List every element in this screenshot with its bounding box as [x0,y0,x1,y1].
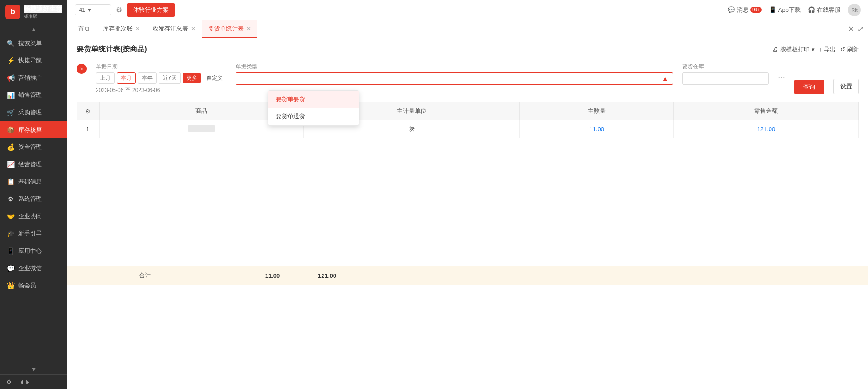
export-btn[interactable]: ↓ 导出 [819,46,836,54]
sidebar-item-4[interactable]: 🛒采购管理 [0,104,67,121]
industry-btn[interactable]: 体验行业方案 [127,3,175,17]
refresh-btn[interactable]: ↺ 刷新 [840,46,859,54]
tab-close-all-btn[interactable]: ✕ [848,25,854,33]
sidebar-item-11[interactable]: 🎓新手引导 [0,225,67,242]
nav-icon-4: 🛒 [6,108,15,117]
dropdown-item-0[interactable]: 要货单要货 [268,91,359,108]
tab-2[interactable]: 收发存汇总表 ✕ [146,20,202,38]
tab-label-2: 收发存汇总表 [153,25,188,33]
cell-amount-0[interactable]: 121.00 [673,120,858,138]
download-icon: 📱 [769,6,776,13]
summary-row: 合计 11.00 121.00 [67,266,868,285]
sidebar-nav: 🔍搜索菜单⚡快捷导航📢营销推广📊销售管理🛒采购管理📦库存核算💰资金管理📈经营管理… [0,35,67,364]
sidebar-item-6[interactable]: 💰资金管理 [0,138,67,156]
data-table: ⚙ 商品 主计量单位 主数量 零售金额 1 块 11.00 121.00 [77,102,859,138]
sidebar-item-10[interactable]: 🤝企业协同 [0,208,67,225]
nav-icon-13: 💬 [6,264,15,272]
date-filter-group: 单据日期 上月 本月 本年 近7天 更多 自定义 2023-05-06 至 20… [96,63,226,94]
online-service-btn[interactable]: 🎧 在线客服 [808,6,841,14]
tab-1[interactable]: 库存批次账 ✕ [97,20,146,38]
summary-amount: 121.00 [300,272,354,279]
main-area: 41 ▾ ⚙ 体验行业方案 💬 消息 99+ 📱 App下载 🎧 在线客服 Ri… [67,0,868,389]
tab-label-3: 要货单统计表 [208,25,244,33]
nav-icon-3: 📊 [6,91,15,99]
type-select[interactable]: ▲ [236,72,673,85]
tab-3[interactable]: 要货单统计表 ✕ [202,20,257,38]
nav-icon-1: ⚡ [6,56,15,65]
nav-label-11: 新手引导 [18,230,42,238]
sidebar-item-7[interactable]: 📈经营管理 [0,156,67,173]
app-name: 畅捷通好生意 [24,5,62,13]
sidebar-item-14[interactable]: 👑畅会员 [0,277,67,294]
settings-gear-icon[interactable]: ⚙ [116,5,122,14]
nav-icon-6: 💰 [6,143,15,151]
col-amount: 零售金额 [673,102,858,120]
nav-label-7: 经营管理 [18,160,42,169]
sidebar-item-12[interactable]: 📱应用中心 [0,242,67,260]
filter-toggle-btn[interactable]: » [77,64,87,74]
nav-icon-9: ⚙ [6,195,15,203]
column-settings-icon[interactable]: ⚙ [85,108,91,115]
page-title-bar: 要货单统计表(按商品) 🖨 按模板打印 ▾ ↓ 导出 ↺ 刷新 [67,38,868,58]
settings-icon[interactable]: ⚙ [6,379,12,385]
tabs-bar: 首页库存批次账 ✕收发存汇总表 ✕要货单统计表 ✕✕⤢ [67,20,868,38]
sidebar-logo: b 畅捷通好生意 标准版 [0,0,67,24]
sidebar-item-13[interactable]: 💬企业微信 [0,260,67,277]
setting-btn[interactable]: 设置 [833,79,859,94]
sidebar-item-9[interactable]: ⚙系统管理 [0,190,67,208]
company-selector[interactable]: 41 ▾ [75,4,111,15]
warehouse-filter-label: 要货仓库 [682,63,769,71]
more-date-btn[interactable]: 更多 [183,73,201,83]
tab-0[interactable]: 首页 [72,20,97,38]
tab-close-1[interactable]: ✕ [135,26,140,32]
nav-icon-0: 🔍 [6,39,15,47]
sidebar-scroll-up[interactable]: ▲ [0,24,67,35]
this-year-btn[interactable]: 本年 [138,72,157,84]
app-download-btn[interactable]: 📱 App下载 [769,6,801,14]
tab-actions: ✕⤢ [848,25,863,33]
print-icon: 🖨 [772,46,778,53]
warehouse-input[interactable] [682,72,769,85]
dropdown-item-1[interactable]: 要货单退货 [268,108,359,125]
last-7-days-btn[interactable]: 近7天 [159,72,181,84]
nav-icon-5: 📦 [6,126,15,134]
date-range-display: 2023-05-06 至 2023-06-06 [96,87,226,94]
page-content: 要货单统计表(按商品) 🖨 按模板打印 ▾ ↓ 导出 ↺ 刷新 [67,38,868,389]
service-icon: 🎧 [808,6,815,13]
tab-label-1: 库存批次账 [103,25,133,33]
sidebar-scroll-down[interactable]: ▼ [0,364,67,374]
sidebar: b 畅捷通好生意 标准版 ▲ 🔍搜索菜单⚡快捷导航📢营销推广📊销售管理🛒采购管理… [0,0,67,389]
this-month-btn[interactable]: 本月 [117,72,136,84]
message-btn[interactable]: 💬 消息 99+ [728,6,762,14]
sidebar-item-2[interactable]: 📢营销推广 [0,69,67,87]
filter-more-icon[interactable]: ⋯ [778,73,785,82]
sidebar-item-3[interactable]: 📊销售管理 [0,87,67,104]
date-filter-label: 单据日期 [96,63,226,71]
tab-close-3[interactable]: ✕ [247,26,251,32]
custom-date-btn[interactable]: 自定义 [203,73,226,83]
nav-icon-11: 🎓 [6,230,15,238]
query-btn[interactable]: 查询 [794,80,824,94]
collapse-icon[interactable]: ⏴⏵ [19,379,31,385]
nav-label-0: 搜索菜单 [18,39,42,47]
tab-expand-btn[interactable]: ⤢ [858,25,863,33]
sidebar-item-1[interactable]: ⚡快捷导航 [0,52,67,69]
print-chevron-icon: ▾ [812,46,815,53]
nav-icon-12: 📱 [6,247,15,255]
nav-label-6: 资金管理 [18,143,42,151]
chevron-up-icon: ▲ [662,75,668,82]
table-header-row: ⚙ 商品 主计量单位 主数量 零售金额 [77,102,859,120]
tab-close-2[interactable]: ✕ [191,26,195,32]
topbar: 41 ▾ ⚙ 体验行业方案 💬 消息 99+ 📱 App下载 🎧 在线客服 Ri… [67,0,868,20]
cell-qty-0[interactable]: 11.00 [520,120,674,138]
message-badge: 99+ [750,7,762,13]
last-month-btn[interactable]: 上月 [96,72,115,84]
avatar[interactable]: Rit [848,4,861,16]
print-btn[interactable]: 🖨 按模板打印 ▾ [772,46,815,54]
type-filter-group: 单据类型 ▲ [236,63,673,85]
type-dropdown: 要货单要货 要货单退货 [268,90,359,126]
sidebar-item-5[interactable]: 📦库存核算 [0,121,67,138]
sidebar-item-8[interactable]: 📋基础信息 [0,173,67,190]
nav-icon-14: 👑 [6,282,15,290]
sidebar-item-0[interactable]: 🔍搜索菜单 [0,35,67,52]
